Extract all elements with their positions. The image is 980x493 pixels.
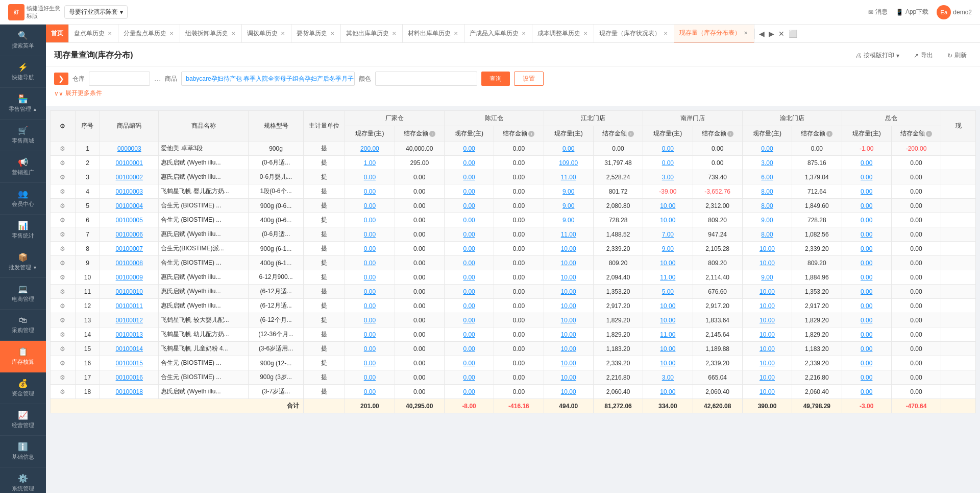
row-gear[interactable]: ⚙: [51, 184, 76, 199]
tab-close-10[interactable]: ✕: [663, 30, 669, 37]
row-yubei-stock[interactable]: 10.00: [742, 342, 792, 356]
row-code[interactable]: 00100016: [100, 370, 159, 385]
row-factory-stock[interactable]: 0.00: [345, 370, 395, 385]
row-settings-icon[interactable]: ⚙: [60, 260, 65, 267]
row-nanan-stock[interactable]: 11.00: [643, 327, 693, 342]
row-code[interactable]: 00100005: [100, 213, 159, 227]
search-button[interactable]: 查询: [481, 72, 510, 86]
export-button[interactable]: ↗ 导出: [909, 49, 938, 62]
row-nanan-stock[interactable]: 10.00: [643, 256, 693, 270]
row-code[interactable]: 00100014: [100, 342, 159, 356]
row-nanan-stock[interactable]: 10.00: [643, 313, 693, 327]
row-total-stock[interactable]: 0.00: [842, 385, 891, 399]
row-settings-icon[interactable]: ⚙: [60, 388, 65, 395]
row-total-stock[interactable]: 0.00: [842, 285, 891, 299]
row-settings-icon[interactable]: ⚙: [60, 345, 65, 353]
row-total-stock[interactable]: 0.00: [842, 184, 891, 199]
row-gear[interactable]: ⚙: [51, 342, 76, 356]
row-factory-stock[interactable]: 0.00: [345, 199, 395, 213]
row-nanan-stock[interactable]: 0.00: [643, 142, 693, 156]
row-code[interactable]: 00100007: [100, 242, 159, 256]
row-gear[interactable]: ⚙: [51, 156, 76, 170]
tab-requisition-history[interactable]: 要货单历史 ✕: [291, 25, 341, 43]
row-code[interactable]: 00100009: [100, 270, 159, 285]
row-factory-stock[interactable]: 0.00: [345, 184, 395, 199]
row-total-stock[interactable]: 0.00: [842, 170, 891, 184]
sidebar-item-marketing[interactable]: 📢 营销推广: [0, 151, 46, 183]
row-chen-stock[interactable]: 0.00: [444, 285, 494, 299]
row-chen-stock[interactable]: 0.00: [444, 370, 494, 385]
row-jiangbei-stock[interactable]: 10.00: [544, 270, 593, 285]
tab-transfer-history[interactable]: 调拨单历史 ✕: [242, 25, 291, 43]
row-nanan-stock[interactable]: 10.00: [643, 299, 693, 313]
row-nanan-stock[interactable]: 9.00: [643, 242, 693, 256]
row-nanan-stock[interactable]: 10.00: [643, 385, 693, 399]
row-total-stock[interactable]: 0.00: [842, 156, 891, 170]
tab-material-outbound[interactable]: 材料出库单历史 ✕: [403, 25, 464, 43]
row-chen-stock[interactable]: 0.00: [444, 227, 494, 242]
row-yubei-stock[interactable]: 3.00: [742, 156, 792, 170]
row-jiangbei-stock[interactable]: 11.00: [544, 170, 593, 184]
row-gear[interactable]: ⚙: [51, 385, 76, 399]
row-yubei-stock[interactable]: 0.00: [742, 142, 792, 156]
row-jiangbei-stock[interactable]: 10.00: [544, 313, 593, 327]
row-jiangbei-stock[interactable]: 9.00: [544, 213, 593, 227]
row-chen-stock[interactable]: 0.00: [444, 142, 494, 156]
row-gear[interactable]: ⚙: [51, 327, 76, 342]
sidebar-item-retail-stats[interactable]: 📊 零售统计: [0, 215, 46, 246]
tab-partial-stockcheck[interactable]: 分量盘点单历史 ✕: [118, 25, 180, 43]
tab-other-outbound[interactable]: 其他出库单历史 ✕: [341, 25, 403, 43]
tab-close-4[interactable]: ✕: [280, 30, 286, 37]
row-nanan-stock[interactable]: 3.00: [643, 370, 693, 385]
gear-icon[interactable]: ⚙: [60, 123, 65, 130]
row-factory-stock[interactable]: 1.00: [345, 156, 395, 170]
row-chen-stock[interactable]: 0.00: [444, 184, 494, 199]
sidebar-item-retail-mgmt[interactable]: 🏪 零售管理 ▲: [0, 88, 46, 120]
row-nanan-stock[interactable]: -39.00: [643, 184, 693, 199]
row-code[interactable]: 00100002: [100, 170, 159, 184]
tab-close-3[interactable]: ✕: [230, 30, 236, 37]
row-jiangbei-stock[interactable]: 11.00: [544, 227, 593, 242]
row-gear[interactable]: ⚙: [51, 299, 76, 313]
yubei-amount-info-icon[interactable]: i: [826, 131, 832, 137]
row-settings-icon[interactable]: ⚙: [60, 202, 65, 209]
row-jiangbei-stock[interactable]: 10.00: [544, 285, 593, 299]
row-total-stock[interactable]: 0.00: [842, 313, 891, 327]
row-code[interactable]: 00100015: [100, 356, 159, 370]
row-yubei-stock[interactable]: 9.00: [742, 270, 792, 285]
tab-close-2[interactable]: ✕: [168, 30, 175, 37]
row-code[interactable]: 00100013: [100, 327, 159, 342]
row-factory-stock[interactable]: 200.00: [345, 142, 395, 156]
row-code[interactable]: 00100004: [100, 199, 159, 213]
row-factory-stock[interactable]: 0.00: [345, 170, 395, 184]
sidebar-item-retail-shop[interactable]: 🛒 零售商城: [0, 120, 46, 151]
row-factory-stock[interactable]: 0.00: [345, 270, 395, 285]
row-nanan-stock[interactable]: 7.00: [643, 227, 693, 242]
row-jiangbei-stock[interactable]: 9.00: [544, 184, 593, 199]
row-gear[interactable]: ⚙: [51, 242, 76, 256]
row-chen-stock[interactable]: 0.00: [444, 356, 494, 370]
sidebar-item-operations[interactable]: 📈 经营管理: [0, 404, 46, 436]
row-yubei-stock[interactable]: 10.00: [742, 299, 792, 313]
message-item[interactable]: ✉ 消息: [868, 8, 888, 16]
sidebar-item-purchase[interactable]: 🛍 采购管理: [0, 310, 46, 341]
color-input[interactable]: [375, 72, 477, 86]
row-chen-stock[interactable]: 0.00: [444, 213, 494, 227]
row-gear[interactable]: ⚙: [51, 227, 76, 242]
row-jiangbei-stock[interactable]: 10.00: [544, 342, 593, 356]
row-factory-stock[interactable]: 0.00: [345, 242, 395, 256]
row-settings-icon[interactable]: ⚙: [60, 174, 65, 181]
sidebar-item-finance[interactable]: 💰 资金管理: [0, 372, 46, 404]
row-jiangbei-stock[interactable]: 10.00: [544, 327, 593, 342]
row-code[interactable]: 00100011: [100, 299, 159, 313]
row-gear[interactable]: ⚙: [51, 370, 76, 385]
sidebar-item-member[interactable]: 👥 会员中心: [0, 183, 46, 215]
row-factory-stock[interactable]: 0.00: [345, 256, 395, 270]
tab-close-7[interactable]: ✕: [453, 30, 459, 37]
row-chen-stock[interactable]: 0.00: [444, 170, 494, 184]
tab-stock-status[interactable]: 现存量（库存状况表） ✕: [594, 25, 674, 43]
row-settings-icon[interactable]: ⚙: [60, 231, 65, 238]
row-total-stock[interactable]: -1.00: [842, 142, 891, 156]
row-chen-stock[interactable]: 0.00: [444, 270, 494, 285]
filter-toggle-button[interactable]: ❯: [54, 73, 68, 85]
